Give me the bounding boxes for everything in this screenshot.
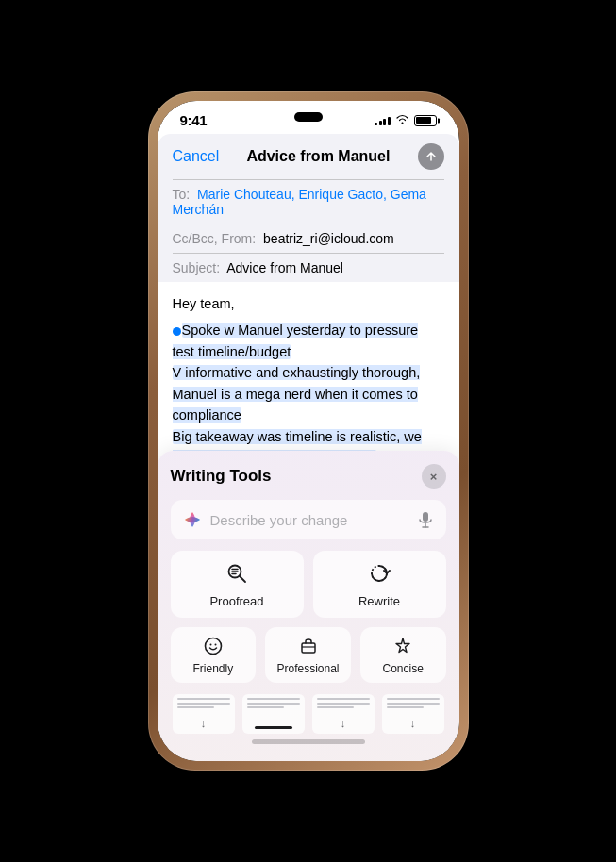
writing-tools-row-1: Proofread Rewrite — [171, 551, 446, 618]
doc-arrow-3: ↓ — [341, 718, 346, 729]
email-title: Advice from Manuel — [246, 148, 390, 165]
cursor — [173, 327, 181, 336]
wifi-icon — [395, 114, 409, 127]
cc-label: Cc/Bcc, From: — [173, 231, 257, 246]
proofread-label: Proofread — [209, 594, 263, 608]
email-toolbar: Cancel Advice from Manuel — [173, 143, 444, 179]
svg-line-5 — [240, 576, 245, 582]
recipients[interactable]: Marie Chouteau, Enrique Gacto, Gema Merc… — [173, 187, 426, 217]
concise-label: Concise — [383, 662, 424, 675]
status-time: 9:41 — [180, 112, 208, 128]
rewrite-label: Rewrite — [358, 594, 400, 608]
doc-preview-2[interactable] — [242, 694, 305, 734]
cancel-button[interactable]: Cancel — [173, 148, 220, 165]
concise-icon — [393, 637, 412, 658]
subject-label: Subject: — [173, 260, 221, 275]
email-paragraph-2: V informative and exhaustingly thorough,… — [173, 362, 444, 425]
document-previews: ↓ — [171, 694, 446, 739]
dynamic-island — [294, 112, 323, 122]
apple-intelligence-icon — [182, 509, 203, 530]
email-subject-field[interactable]: Subject: Advice from Manuel — [173, 253, 444, 282]
home-indicator — [252, 739, 365, 744]
writing-tools-panel: Writing Tools × — [158, 451, 459, 761]
doc-preview-4[interactable]: ↓ — [382, 694, 444, 734]
to-label: To: — [173, 187, 191, 202]
send-button[interactable] — [418, 143, 444, 170]
email-to-field: To: Marie Chouteau, Enrique Gacto, Gema … — [173, 179, 444, 224]
microphone-icon[interactable] — [416, 510, 435, 529]
rewrite-icon — [368, 562, 391, 588]
svg-point-12 — [209, 644, 211, 646]
writing-tools-header: Writing Tools × — [171, 464, 446, 489]
writing-tools-title: Writing Tools — [171, 467, 272, 486]
from-value: beatriz_ri@icloud.com — [263, 231, 394, 246]
doc-preview-1[interactable]: ↓ — [173, 694, 235, 734]
screen: 9:41 — [158, 101, 459, 761]
doc-arrow-1: ↓ — [201, 718, 207, 729]
battery-icon — [414, 115, 437, 126]
writing-tools-input-row[interactable]: Describe your change — [171, 500, 446, 539]
concise-button[interactable]: Concise — [360, 627, 446, 683]
email-paragraph-3: Big takeaway was timeline is realistic, … — [173, 426, 444, 451]
writing-tools-close-button[interactable]: × — [422, 464, 446, 489]
svg-rect-1 — [423, 512, 428, 522]
proofread-icon — [225, 562, 248, 588]
svg-point-11 — [205, 638, 221, 655]
professional-button[interactable]: Professional — [265, 627, 351, 683]
status-icons — [375, 114, 437, 127]
proofread-button[interactable]: Proofread — [171, 551, 304, 618]
svg-point-13 — [214, 644, 216, 646]
rewrite-button[interactable]: Rewrite — [313, 551, 446, 618]
friendly-label: Friendly — [192, 662, 233, 675]
professional-label: Professional — [276, 662, 339, 675]
writing-tools-input[interactable]: Describe your change — [210, 512, 408, 528]
friendly-icon — [204, 637, 223, 658]
email-body[interactable]: Hey team, Spoke w Manuel yesterday to pr… — [158, 282, 459, 451]
professional-icon — [299, 637, 318, 658]
writing-tools-row-2: Friendly Professional — [171, 627, 446, 683]
doc-preview-3[interactable]: ↓ — [312, 694, 375, 734]
email-paragraph-1: Spoke w Manuel yesterday to pressure tes… — [173, 320, 444, 362]
email-body-text: Hey team, Spoke w Manuel yesterday to pr… — [173, 293, 444, 451]
friendly-button[interactable]: Friendly — [171, 627, 257, 683]
signal-icon — [375, 115, 391, 125]
phone-frame: 9:41 — [148, 91, 469, 771]
phone-inner: 9:41 — [158, 101, 459, 761]
email-cc-field: Cc/Bcc, From: beatriz_ri@icloud.com — [173, 224, 444, 253]
email-greeting: Hey team, — [173, 293, 444, 314]
home-bar-preview — [255, 726, 292, 729]
email-header: Cancel Advice from Manuel To: Marie Chou… — [158, 134, 459, 282]
subject-value: Advice from Manuel — [226, 260, 343, 275]
svg-rect-14 — [302, 643, 315, 653]
doc-arrow-4: ↓ — [410, 718, 416, 729]
